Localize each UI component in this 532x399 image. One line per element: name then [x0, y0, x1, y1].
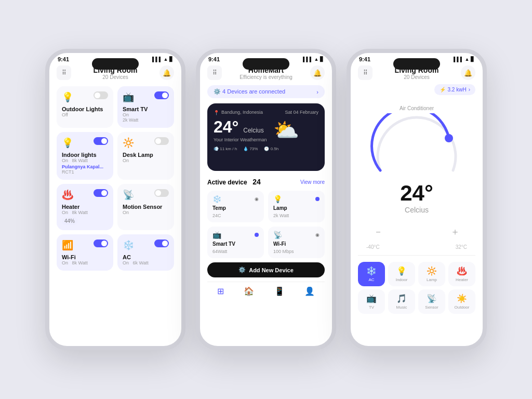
weather-temp: 24°: [214, 117, 238, 136]
wifi-device-icon: 📡: [273, 231, 282, 239]
outdoor-tab-label: Outdoor: [455, 305, 470, 310]
wifi-device-watt: 100 Mbps: [273, 249, 320, 254]
tab-tv[interactable]: 📺 TV: [358, 289, 385, 314]
weather-stats: 💨 11 km / h 💧 73% 🕐 0.5h: [214, 147, 318, 151]
add-device-button[interactable]: ⚙️ Add New Device: [207, 262, 325, 277]
heater-tab-label: Heater: [456, 277, 468, 282]
desk-lamp-name: Desk Lamp: [123, 152, 169, 158]
lamp-device-icon: 💡: [273, 195, 282, 203]
indoor-lights-toggle[interactable]: [94, 137, 108, 145]
temp-device-card[interactable]: ❄️ ◉ Temp 24C: [207, 191, 264, 222]
smarttv-device-dot: [255, 233, 259, 237]
phone2-grid-icon[interactable]: ⠿: [207, 65, 222, 80]
wifi-icon: 📶: [62, 240, 73, 251]
view-more-link[interactable]: View more: [300, 179, 325, 185]
time-stat: 🕐 0.5h: [264, 147, 278, 151]
app-container: 9:41 ▌▌▌ ▲ ▊ ⠿ Living Room 20 Devices 🔔 …: [35, 28, 497, 371]
separator: [358, 255, 475, 256]
temp-increase-button[interactable]: ＋: [450, 225, 460, 238]
outdoor-lights-status: Off: [62, 112, 108, 117]
heater-percent: 44%: [62, 217, 77, 225]
wifi-toggle[interactable]: [94, 240, 108, 247]
wifi-device-card[interactable]: 📡 ◉ Wi-Fi 100 Mbps: [268, 227, 325, 258]
temp-decrease-button[interactable]: －: [374, 225, 383, 238]
lamp-tab-label: Lamp: [427, 277, 437, 282]
heater-name: Heater: [62, 204, 108, 210]
heater-toggle[interactable]: [94, 189, 108, 197]
ac-temp-unit: Celcius: [405, 206, 429, 214]
sensor-tab-icon: 📡: [427, 294, 437, 303]
weather-location: Bandung, Indonesia: [221, 110, 263, 115]
smart-tv-watt: 2k Watt: [123, 117, 169, 123]
outdoor-lights-name: Outdoor Lights: [62, 106, 108, 112]
indoor-lights-name: Indoor lights: [62, 152, 108, 158]
tab-outdoor[interactable]: ☀️ Outdoor: [448, 289, 475, 314]
tab-indoor[interactable]: 💡 Indoor: [388, 262, 415, 286]
weather-date: Sat 04 February: [285, 110, 318, 115]
kwh-badge[interactable]: ⚡ 3.2 kwH ›: [434, 84, 475, 95]
smart-tv-icon: 📺: [123, 91, 134, 103]
phone-1-time: 9:41: [58, 56, 69, 62]
connected-badge-arrow: ›: [316, 89, 318, 95]
phone-2-time: 9:41: [208, 56, 220, 62]
nav-tablet[interactable]: 📱: [274, 286, 285, 296]
kwh-icon: ⚡: [440, 87, 446, 92]
lamp-device-dot: [315, 197, 320, 201]
lamp-device-watt: 2k Watt: [273, 213, 320, 218]
smart-tv-card: 📺 Smart TV On 2k Watt: [117, 86, 174, 128]
weather-card: 📍 Bandung, Indonesia Sat 04 February 24°…: [207, 103, 325, 171]
smarttv-device-card[interactable]: 📺 Smart TV 64Watt: [207, 227, 264, 258]
device-tabs-row2: 📺 TV 🎵 Music 📡 Sensor ☀️ Outdoor: [358, 289, 475, 314]
temp-device-name: Temp: [212, 205, 259, 211]
phone2-notification-bell[interactable]: 🔔: [310, 65, 325, 80]
temp-range: -40°C 32°C: [358, 244, 475, 250]
phone3-notification-bell[interactable]: 🔔: [461, 65, 475, 80]
phone3-grid-icon[interactable]: ⠿: [358, 65, 373, 80]
lamp-device-card[interactable]: 💡 Lamp 2k Watt: [268, 191, 325, 222]
tv-tab-label: TV: [369, 305, 374, 310]
smart-tv-toggle[interactable]: [154, 91, 169, 99]
phone-3-notch: [393, 58, 440, 70]
wifi-card: 📶 Wi-Fi On 8k Watt: [57, 234, 113, 271]
tab-music[interactable]: 🎵 Music: [388, 289, 415, 314]
smarttv-device-name: Smart TV: [212, 241, 259, 247]
ac-dial[interactable]: [370, 113, 463, 181]
nav-home[interactable]: 🏠: [244, 286, 254, 296]
phone-3-status-icons: ▌▌▌ ▲ ▊: [454, 57, 474, 62]
music-tab-label: Music: [396, 305, 407, 310]
tab-ac[interactable]: ❄️ AC: [358, 262, 385, 286]
temp-device-indicator: ◉: [255, 196, 259, 202]
device-list-row-2: 📺 Smart TV 64Watt 📡 ◉ Wi-Fi 100 Mbps: [207, 227, 325, 258]
kwh-arrow: ›: [469, 87, 470, 92]
device-grid: 💡 Outdoor Lights Off 📺 Smart TV On 2k Wa…: [57, 86, 174, 271]
wifi-status: On 8k Watt: [62, 260, 108, 265]
notification-bell[interactable]: 🔔: [159, 65, 174, 80]
ac-tab-icon: ❄️: [366, 266, 377, 276]
ac-status: On 6k Watt: [123, 260, 169, 265]
phone-1-notch: [92, 58, 139, 70]
nav-device[interactable]: ⊞: [217, 286, 224, 296]
phone-1-subtitle: 20 Devices: [94, 74, 138, 80]
temp-device-watt: 24C: [212, 213, 259, 218]
heater-status: On 8k Watt: [62, 210, 108, 215]
motion-sensor-toggle[interactable]: [154, 189, 169, 197]
phone-3-time: 9:41: [359, 56, 370, 62]
active-device-header: Active device 24 View more: [207, 177, 325, 187]
desk-lamp-icon: 🔆: [123, 137, 134, 149]
connected-badge[interactable]: ⚙️ 4 Devices are connected ›: [207, 85, 325, 98]
ac-name: AC: [123, 254, 169, 260]
lamp-device-name: Lamp: [273, 205, 320, 211]
tab-heater[interactable]: ♨️ Heater: [448, 262, 475, 286]
tab-lamp[interactable]: 🔆 Lamp: [418, 262, 445, 286]
phone-2-subtitle: Efficiency is everything: [240, 74, 292, 80]
phone-2: 9:41 ▌▌▌ ▲ ▊ ⠿ HomeMart Efficiency is ev…: [196, 49, 336, 350]
tv-tab-icon: 📺: [366, 294, 377, 303]
grid-icon[interactable]: ⠿: [57, 65, 71, 80]
nav-user[interactable]: 👤: [304, 286, 315, 296]
ac-toggle[interactable]: [154, 240, 169, 247]
desk-lamp-toggle[interactable]: [154, 137, 169, 145]
outdoor-tab-icon: ☀️: [457, 294, 467, 303]
outdoor-lights-toggle[interactable]: [94, 91, 108, 99]
tab-sensor[interactable]: 📡 Sensor: [418, 289, 445, 314]
smart-tv-name: Smart TV: [123, 106, 169, 112]
